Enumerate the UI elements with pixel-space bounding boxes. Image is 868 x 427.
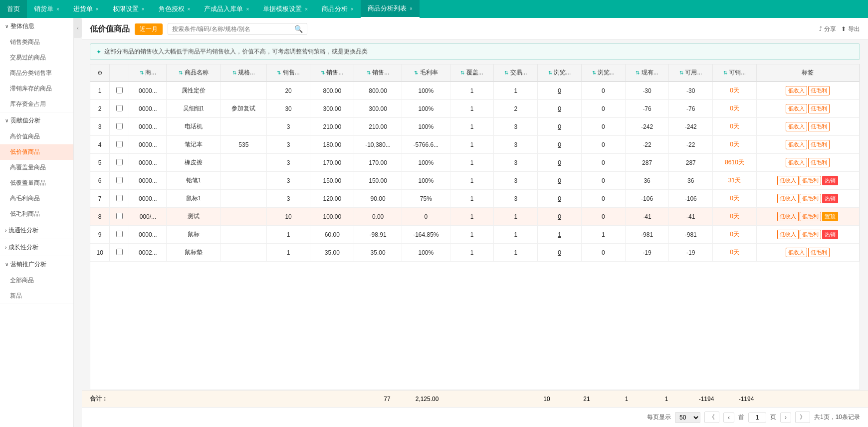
th-view1[interactable]: ⇅ 浏览...: [538, 64, 582, 81]
nav-item-商品分析列表[interactable]: 商品分析列表×: [361, 0, 420, 18]
view1-link[interactable]: 0: [558, 141, 561, 148]
nav-item-单据模板设置[interactable]: 单据模板设置×: [256, 0, 315, 18]
cell-view1[interactable]: 0: [538, 154, 582, 172]
sidebar-group-流通性分析[interactable]: › 流通性分析: [0, 222, 73, 239]
data-table-container[interactable]: ⚙⇅ 商...⇅ 商品名称⇅ 规格...⇅ 销售...⇅ 销售...⇅ 销售..…: [90, 64, 860, 390]
page-input[interactable]: [748, 413, 766, 423]
cell-checkbox[interactable]: [110, 172, 129, 190]
sidebar-item-低覆盖量商品[interactable]: 低覆盖量商品: [0, 175, 73, 191]
nav-close-icon[interactable]: ×: [246, 6, 249, 12]
row-checkbox[interactable]: [116, 141, 123, 147]
nav-close-icon[interactable]: ×: [142, 6, 145, 12]
th-code[interactable]: ⇅ 商...: [129, 64, 167, 81]
row-checkbox[interactable]: [116, 159, 123, 165]
sidebar-group-成长性分析[interactable]: › 成长性分析: [0, 239, 73, 256]
nav-close-icon[interactable]: ×: [410, 6, 413, 11]
th-name[interactable]: ⇅ 商品名称: [167, 64, 221, 81]
view1-link[interactable]: 0: [558, 177, 561, 184]
row-checkbox[interactable]: [116, 123, 123, 129]
view1-link[interactable]: 0: [558, 195, 561, 202]
nav-item-商品分析[interactable]: 商品分析×: [315, 0, 361, 18]
filter-button[interactable]: 近一月: [135, 23, 163, 35]
sidebar-item-高覆盖量商品[interactable]: 高覆盖量商品: [0, 160, 73, 175]
sidebar-item-销售类商品[interactable]: 销售类商品: [0, 34, 73, 50]
cell-view1[interactable]: 0: [538, 172, 582, 190]
cell-checkbox[interactable]: [110, 100, 129, 118]
cell-checkbox[interactable]: [110, 136, 129, 154]
cell-checkbox[interactable]: [110, 244, 129, 262]
view1-link[interactable]: 0: [558, 249, 561, 256]
th-sales_amount[interactable]: ⇅ 销售...: [354, 64, 402, 81]
search-input[interactable]: [172, 25, 294, 32]
cell-view1[interactable]: 0: [538, 100, 582, 118]
sidebar-item-低毛利商品[interactable]: 低毛利商品: [0, 206, 73, 222]
view1-link[interactable]: 0: [558, 87, 561, 94]
sidebar-item-高价值商品[interactable]: 高价值商品: [0, 129, 73, 144]
nav-close-icon[interactable]: ×: [305, 6, 308, 12]
cell-view1[interactable]: 0: [538, 118, 582, 136]
cell-checkbox[interactable]: [110, 81, 129, 100]
cell-checkbox[interactable]: [110, 226, 129, 244]
next-page-button[interactable]: ›: [780, 413, 791, 423]
th-sellable[interactable]: ⇅ 可销...: [713, 64, 757, 81]
cell-checkbox[interactable]: [110, 190, 129, 208]
sidebar-item-全部商品[interactable]: 全部商品: [0, 273, 73, 288]
nav-item-进货单[interactable]: 进货单×: [66, 0, 106, 18]
th-sales_qty[interactable]: ⇅ 销售...: [266, 64, 310, 81]
cell-view1[interactable]: 0: [538, 136, 582, 154]
nav-close-icon[interactable]: ×: [188, 6, 191, 12]
th-sales_price[interactable]: ⇅ 销售...: [310, 64, 354, 81]
th-view2[interactable]: ⇅ 浏览...: [581, 64, 625, 81]
row-checkbox[interactable]: [116, 177, 123, 183]
prev-page-button[interactable]: ‹: [723, 413, 734, 423]
sidebar-item-商品分类销售率[interactable]: 商品分类销售率: [0, 65, 73, 81]
nav-close-icon[interactable]: ×: [351, 6, 354, 12]
nav-item-销货单[interactable]: 销货单×: [27, 0, 66, 18]
export-button[interactable]: ⬆ 导出: [841, 25, 860, 33]
nav-item-首页[interactable]: 首页: [0, 0, 27, 18]
th-spec[interactable]: ⇅ 规格...: [220, 64, 266, 81]
th-available[interactable]: ⇅ 可用...: [669, 64, 713, 81]
row-checkbox[interactable]: [116, 213, 123, 219]
cell-view1[interactable]: 0: [538, 244, 582, 262]
view1-link[interactable]: 0: [558, 213, 561, 220]
view1-link[interactable]: 1: [558, 231, 561, 238]
nav-item-角色授权[interactable]: 角色授权×: [152, 0, 198, 18]
cell-view1[interactable]: 1: [538, 226, 582, 244]
sidebar-item-库存资金占用[interactable]: 库存资金占用: [0, 96, 73, 112]
row-checkbox[interactable]: [116, 87, 123, 93]
th-current[interactable]: ⇅ 现有...: [625, 64, 669, 81]
th-trade[interactable]: ⇅ 交易...: [494, 64, 538, 81]
sidebar-group-贡献值分析[interactable]: ∨ 贡献值分析: [0, 112, 73, 129]
row-checkbox[interactable]: [116, 105, 123, 111]
share-button[interactable]: ⤴ 分享: [819, 25, 836, 33]
page-size-select[interactable]: 50 20 100: [675, 412, 700, 423]
sidebar-group-营销推广分析[interactable]: ∨ 营销推广分析: [0, 256, 73, 273]
cell-view1[interactable]: 0: [538, 81, 582, 100]
row-checkbox[interactable]: [116, 195, 123, 201]
nav-close-icon[interactable]: ×: [56, 6, 59, 12]
cell-checkbox[interactable]: [110, 154, 129, 172]
view1-link[interactable]: 0: [558, 123, 561, 130]
view1-link[interactable]: 0: [558, 159, 561, 166]
sidebar-item-滞销库存的商品[interactable]: 滞销库存的商品: [0, 81, 73, 96]
nav-item-产成品入库单[interactable]: 产成品入库单×: [197, 0, 256, 18]
cell-view1[interactable]: 0: [538, 208, 582, 226]
nav-close-icon[interactable]: ×: [96, 6, 99, 12]
search-icon[interactable]: 🔍: [294, 25, 303, 33]
first-page-button[interactable]: 《: [704, 412, 719, 423]
cell-checkbox[interactable]: [110, 118, 129, 136]
sidebar-item-高毛利商品[interactable]: 高毛利商品: [0, 191, 73, 206]
view1-link[interactable]: 0: [558, 105, 561, 112]
row-checkbox[interactable]: [116, 249, 123, 255]
sidebar-item-交易过的商品[interactable]: 交易过的商品: [0, 50, 73, 65]
th-gross_margin[interactable]: ⇅ 毛利率: [402, 64, 450, 81]
cell-view1[interactable]: 0: [538, 190, 582, 208]
nav-item-权限设置[interactable]: 权限设置×: [106, 0, 152, 18]
sidebar-collapse-button[interactable]: ‹: [74, 18, 82, 38]
sidebar-item-低价值商品[interactable]: 低价值商品: [0, 144, 73, 160]
th-coverage[interactable]: ⇅ 覆盖...: [450, 64, 494, 81]
sidebar-item-新品[interactable]: 新品: [0, 288, 73, 304]
sidebar-group-整体信息[interactable]: ∨ 整体信息: [0, 18, 73, 34]
last-page-button[interactable]: 》: [795, 412, 810, 423]
